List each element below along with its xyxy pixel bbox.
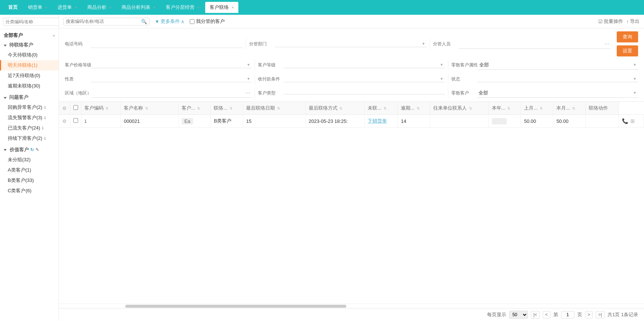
row-contact-person — [489, 115, 521, 128]
th-uncontacted: 未联... ⇅ — [365, 102, 398, 115]
th-overdue-sort[interactable]: ⇅ — [417, 106, 420, 110]
check-icon: ☑ — [598, 19, 603, 24]
phone-action-icon[interactable]: 📞 — [622, 118, 628, 124]
group-problem-label: 问题客户 — [0, 93, 59, 102]
collapse-icon[interactable]: « — [53, 33, 55, 38]
select-all-checkbox[interactable] — [73, 105, 78, 110]
nav-goods-analysis-close[interactable]: × — [109, 5, 111, 10]
nav-customer-tier[interactable]: 客户分层经营 × — [161, 2, 204, 13]
search-icon[interactable]: 🔍 — [141, 19, 147, 24]
dept-select[interactable]: ▼ — [275, 41, 427, 47]
region-dots[interactable]: ··· — [245, 90, 250, 96]
th-contact-person: 往来单位联系人 ⇅ — [430, 102, 489, 115]
th-type-sort[interactable]: ⇅ — [197, 106, 200, 110]
retail-customer-value: 全部 — [479, 90, 488, 96]
content-area: 🔍 ▼ 更多条件 ∧ 我分管的客户 ☑ 批量操作 ↑ 导出 — [59, 15, 644, 321]
horizontal-scrollbar[interactable] — [59, 304, 644, 308]
sidebar-item-churn-warning[interactable]: 流失预警客户(3) ℹ — [0, 113, 59, 123]
nav-purchase[interactable]: 进货单 × — [53, 2, 81, 13]
th-name-sort[interactable]: ⇅ — [145, 106, 148, 110]
my-customers-check[interactable]: 我分管的客户 — [190, 18, 225, 25]
all-customers-label: 全部客户 — [4, 32, 23, 39]
payment-select[interactable]: ▼ — [284, 76, 445, 82]
th-this-year-sort[interactable]: ⇅ — [507, 106, 510, 110]
sidebar-search-input[interactable] — [3, 18, 59, 26]
scrollbar-thumb[interactable] — [125, 305, 346, 308]
next-page-btn[interactable]: > — [585, 311, 593, 318]
sidebar-item-overdue-contact[interactable]: 逾期未联络(30) — [0, 81, 59, 91]
th-uncontacted-sort[interactable]: ⇅ — [384, 106, 386, 110]
row-last-month: 50.00 — [553, 115, 586, 128]
page-number-input[interactable] — [561, 311, 574, 318]
batch-operate-btn[interactable]: ☑ 批量操作 — [598, 18, 623, 25]
sidebar-item-today[interactable]: 今天待联络(0) — [0, 50, 59, 60]
filter-gender: 性质 ▼ — [65, 76, 252, 82]
table-settings-icon[interactable]: ⚙ — [62, 106, 67, 111]
retail-attr-select[interactable]: 全部 ▼ — [478, 61, 638, 70]
region-select[interactable]: ··· — [91, 89, 252, 98]
th-checkbox — [70, 102, 81, 115]
customer-level-select[interactable]: ▼ — [284, 62, 445, 68]
sidebar-item-class-b[interactable]: B类客户(33) — [0, 175, 59, 186]
my-customers-checkbox[interactable] — [190, 19, 195, 24]
nav-purchase-close[interactable]: × — [74, 5, 77, 10]
more-filter-btn[interactable]: ▼ 更多条件 ∧ — [153, 17, 187, 26]
filter-customer-level: 客户等级 ▼ — [258, 62, 445, 68]
divider-4 — [448, 59, 448, 70]
grid-action-icon[interactable]: ⊞ — [630, 118, 635, 124]
price-level-label: 客户价格等级 — [65, 62, 91, 68]
row-last-date: 2023-05-23 18:25: — [305, 115, 365, 128]
nav-goods-analysis-list[interactable]: 商品分析列表 × — [117, 2, 160, 13]
row-last-method-link[interactable]: 下销货单 — [368, 118, 387, 124]
sidebar-item-repurchase-abnormal[interactable]: 回购异常客户(2) ℹ — [0, 102, 59, 113]
th-code-sort[interactable]: ⇅ — [105, 106, 108, 110]
sidebar-item-class-c[interactable]: C类客户(6) — [0, 186, 59, 196]
search-input[interactable] — [66, 19, 140, 24]
th-last-month-sort[interactable]: ⇅ — [540, 106, 543, 110]
status-select[interactable]: ▼ — [477, 76, 638, 82]
query-button[interactable]: 查询 — [617, 31, 638, 42]
prev-page-btn[interactable]: < — [543, 311, 550, 318]
th-action-label: 联络动作 — [589, 105, 608, 111]
total-label: 共1页 1条记录 — [608, 311, 638, 318]
search-wrap: 🔍 — [63, 18, 150, 25]
page-size-select[interactable]: 50 100 200 — [509, 311, 528, 319]
manager-dots[interactable]: ··· — [605, 41, 609, 47]
sidebar-item-week[interactable]: 近7天待联络(0) — [0, 70, 59, 81]
first-page-btn[interactable]: |< — [531, 311, 540, 318]
nav-customer-contact[interactable]: 客户联络 × — [205, 2, 238, 13]
value-refresh-icon[interactable]: ↻ — [30, 147, 34, 152]
th-contact-person-sort[interactable]: ⇅ — [469, 106, 472, 110]
nav-goods-analysis[interactable]: 商品分析 × — [83, 2, 116, 13]
nav-home[interactable]: 首页 — [4, 2, 22, 13]
all-customers-title[interactable]: 全部客户 « — [0, 29, 59, 40]
set-button[interactable]: 设置 — [617, 45, 638, 56]
sidebar-item-class-a[interactable]: A类客户(1) — [0, 165, 59, 175]
nav-sales[interactable]: 销货单 × — [24, 2, 52, 13]
manager-select[interactable]: ··· — [459, 39, 611, 49]
export-btn[interactable]: ↑ 导出 — [627, 18, 640, 25]
customer-type-select[interactable] — [284, 92, 445, 94]
th-last-method-sort[interactable]: ⇅ — [339, 106, 342, 110]
gender-select[interactable]: ▼ — [91, 76, 252, 82]
nav-goods-analysis-list-close[interactable]: × — [153, 5, 155, 10]
th-this-year: 本年... ⇅ — [489, 102, 521, 115]
row-this-year: 50.00 — [521, 115, 553, 128]
nav-customer-contact-close[interactable]: × — [231, 5, 234, 10]
sidebar-item-churned[interactable]: 已流失客户(24) ℹ — [0, 123, 59, 133]
th-last-date-sort[interactable]: ⇅ — [277, 106, 280, 110]
phone-input[interactable] — [91, 40, 243, 48]
price-level-select[interactable]: ▼ — [91, 62, 252, 68]
th-this-month-sort[interactable]: ⇅ — [572, 106, 575, 110]
last-page-btn[interactable]: >| — [596, 311, 605, 318]
row-select-checkbox[interactable] — [73, 118, 78, 123]
sidebar-item-ungrouped[interactable]: 未分组(32) — [0, 155, 59, 165]
nav-customer-tier-close[interactable]: × — [197, 5, 199, 10]
batch-operate-label: 批量操作 — [604, 18, 623, 25]
sidebar-item-tomorrow[interactable]: 明天待联络(1) — [0, 60, 59, 70]
nav-sales-close[interactable]: × — [45, 5, 47, 10]
th-contact-count-sort[interactable]: ⇅ — [230, 106, 232, 110]
sidebar-item-declining[interactable]: 持续下滑客户(2) ℹ — [0, 133, 59, 144]
retail-customer-select[interactable]: 全部 ▼ — [477, 89, 638, 98]
value-edit-icon[interactable]: ✎ — [35, 147, 39, 152]
